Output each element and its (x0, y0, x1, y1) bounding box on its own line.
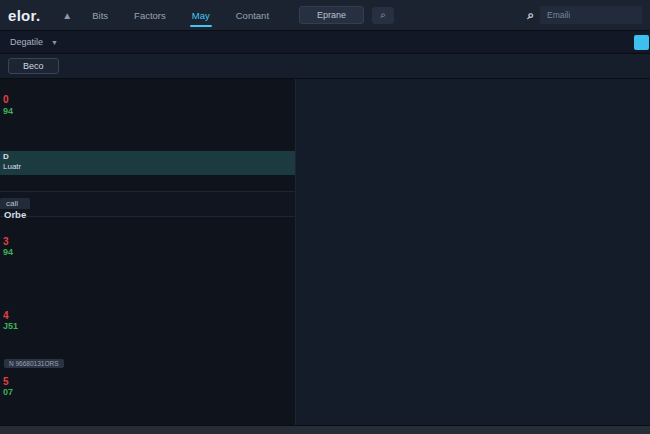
accent-action-button[interactable] (634, 35, 649, 50)
trading-dashboard: elor. ▲ BitsFactorsMayContant Eprane ⌕ ⌕… (0, 0, 650, 434)
band-label-top: D (3, 153, 9, 161)
chart4-price-red: 5 (3, 377, 9, 387)
app-logo: elor. (8, 7, 40, 24)
stats-bar: Beco (0, 54, 650, 79)
chart3-price-red: 4 (3, 311, 9, 321)
search-input[interactable]: Emaili (540, 6, 642, 24)
chart-panel-2: 3 94 (0, 217, 295, 289)
nav-item-factors[interactable]: Factors (134, 0, 166, 30)
global-search[interactable]: ⌕ Emaili (527, 6, 642, 24)
chart1-price-red: 0 (3, 95, 9, 105)
eprane-button[interactable]: Eprane (299, 6, 364, 24)
search-icon: ⌕ (380, 9, 386, 21)
nav-item-may[interactable]: May (192, 0, 210, 30)
section-tab[interactable]: call (0, 198, 30, 209)
chart-panel-1: 0 94 D Luatr (0, 79, 295, 191)
chevron-down-icon: ▼ (51, 39, 58, 46)
dropdown-label: Degatile (10, 37, 43, 47)
charts-column: 0 94 D Luatr call Orbe 3 94 (0, 79, 296, 425)
line-chart-red (0, 93, 295, 149)
nav-item-bits[interactable]: Bits (92, 0, 108, 30)
chart-panel-4: 5 07 (0, 371, 295, 427)
top-nav: elor. ▲ BitsFactorsMayContant Eprane ⌕ ⌕… (0, 0, 650, 31)
search-icon: ⌕ (527, 8, 534, 22)
nav-item-contant[interactable]: Contant (236, 0, 269, 30)
chart-section-header: call Orbe (0, 191, 295, 217)
line-chart-cyan-flat (0, 247, 295, 285)
line-chart-cyan-wavy (0, 375, 295, 425)
main-content: 0 94 D Luatr call Orbe 3 94 (0, 79, 650, 425)
line-chart-orange (0, 155, 295, 171)
chart1-price-green: 94 (3, 107, 13, 116)
watchlist-panel (296, 79, 650, 425)
band-label: Luatr (3, 163, 21, 171)
chart-panel-3: 4 J51 (0, 289, 295, 359)
warning-icon: ▲ (62, 10, 72, 21)
chart4-header: N 96680131ORS (0, 359, 295, 371)
line-chart-cyan-spiky (0, 307, 295, 357)
beco-button[interactable]: Beco (8, 58, 59, 74)
toolbar: Degatile ▼ (0, 31, 650, 54)
chart3-price-green: J51 (3, 322, 18, 331)
chart4-chip[interactable]: N 96680131ORS (4, 359, 64, 368)
chart2-price-red: 3 (3, 237, 9, 247)
symbol-dropdown[interactable]: Degatile ▼ (0, 37, 68, 47)
chart4-price-green: 07 (3, 388, 13, 397)
chart2-price-green: 94 (3, 248, 13, 257)
nav-items: BitsFactorsMayContant (92, 0, 269, 30)
search-icon-button[interactable]: ⌕ (372, 7, 394, 24)
chart1-band: D Luatr (0, 151, 295, 175)
